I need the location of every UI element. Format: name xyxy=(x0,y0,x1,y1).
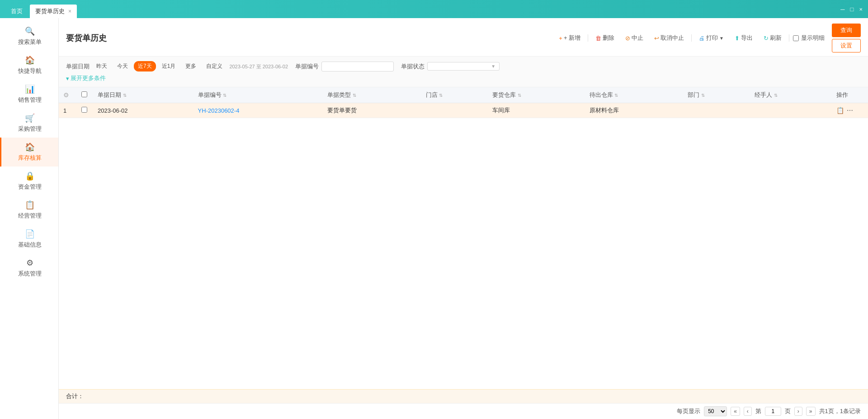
page-number-input[interactable] xyxy=(765,407,781,416)
sidebar-item-finance-label: 资金管理 xyxy=(18,183,42,191)
finance-icon: 🔒 xyxy=(25,171,35,181)
sidebar-item-system[interactable]: ⚙ 系统管理 xyxy=(0,253,58,282)
col-checkbox xyxy=(77,87,93,103)
date-btn-7days[interactable]: 近7天 xyxy=(134,61,156,71)
sidebar-item-purchase[interactable]: 🛒 采购管理 xyxy=(0,109,58,138)
operations-icon: 📋 xyxy=(25,200,35,210)
sidebar-item-basic-info[interactable]: 📄 基础信息 xyxy=(0,224,58,253)
col-date: 单据日期 ⇅ xyxy=(93,87,193,103)
cell-pending-warehouse: 原材料仓库 xyxy=(585,103,684,118)
sidebar-item-sales[interactable]: 📊 销售管理 xyxy=(0,80,58,109)
page-size-select[interactable]: 50 100 200 xyxy=(704,406,727,416)
col-pending-warehouse-sort-icon[interactable]: ⇅ xyxy=(614,93,618,98)
row-more-icon[interactable]: ⋯ xyxy=(847,107,853,114)
row-edit-icon[interactable]: 📋 xyxy=(836,107,844,114)
window-maximize-icon[interactable]: □ xyxy=(850,6,854,13)
tab-close-icon[interactable]: × xyxy=(68,8,71,14)
sidebar-item-operations[interactable]: 📋 经营管理 xyxy=(0,195,58,224)
search-menu-icon: 🔍 xyxy=(25,26,35,36)
table-header-row: ⚙ 单据日期 ⇅ 单据编号 ⇅ xyxy=(59,87,868,103)
cell-checkbox xyxy=(77,103,93,118)
sidebar-item-quick-nav-label: 快捷导航 xyxy=(18,67,42,75)
page-label: 第 xyxy=(755,407,761,415)
date-btn-more[interactable]: 更多 xyxy=(181,61,200,71)
window-minimize-icon[interactable]: ─ xyxy=(840,6,844,13)
main-layout: 🔍 搜索菜单 🏠 快捷导航 📊 销售管理 🛒 采购管理 🏠 库存核算 🔒 资金管… xyxy=(0,18,868,419)
last-page-button[interactable]: » xyxy=(806,407,816,416)
delete-button[interactable]: 🗑 删除 xyxy=(592,32,618,44)
sidebar-item-system-label: 系统管理 xyxy=(18,270,42,278)
add-icon: + xyxy=(559,35,562,42)
add-button[interactable]: + + 新增 xyxy=(555,32,584,44)
col-req-warehouse-label: 要货仓库 xyxy=(492,91,516,98)
settings-button[interactable]: 设置 xyxy=(832,39,861,52)
footer-bar: 合计： xyxy=(59,389,868,403)
display-detail-checkbox[interactable] xyxy=(793,35,799,41)
expand-more-btn[interactable]: ▾ 展开更多条件 xyxy=(66,74,861,82)
separator-1 xyxy=(588,34,588,42)
date-btn-1month[interactable]: 近1月 xyxy=(158,61,180,71)
filter-status-label: 单据状态 xyxy=(401,62,425,71)
cancel-stop-button[interactable]: ↩ 取消中止 xyxy=(651,32,688,44)
table-settings-icon[interactable]: ⚙ xyxy=(63,91,69,99)
col-dept-sort-icon[interactable]: ⇅ xyxy=(701,93,705,98)
stop-icon: ⊘ xyxy=(625,35,630,42)
cell-date: 2023-06-02 xyxy=(93,103,193,118)
tab-active[interactable]: 要货单历史 × xyxy=(30,5,77,18)
refresh-button[interactable]: ↻ 刷新 xyxy=(760,32,785,44)
display-detail-label[interactable]: 显示明细 xyxy=(793,34,825,42)
order-no-link[interactable]: YH-20230602-4 xyxy=(198,107,240,114)
stop-button[interactable]: ⊘ 中止 xyxy=(622,32,647,44)
col-store-sort-icon[interactable]: ⇅ xyxy=(439,93,443,98)
header-actions: + + 新增 🗑 删除 ⊘ 中止 ↩ 取消中止 🖨 xyxy=(555,24,861,52)
col-actions: 操作 xyxy=(832,87,868,103)
col-date-sort-icon[interactable]: ⇅ xyxy=(123,93,127,98)
col-order-no-label: 单据编号 xyxy=(198,91,222,98)
cell-index: 1 xyxy=(59,103,77,118)
sidebar-item-sales-label: 销售管理 xyxy=(18,96,42,104)
filter-status: 单据状态 ▼ xyxy=(401,62,500,71)
cell-handler xyxy=(750,103,832,118)
page-title: 要货单历史 xyxy=(66,33,107,43)
sidebar-item-search-menu[interactable]: 🔍 搜索菜单 xyxy=(0,22,58,51)
row-checkbox[interactable] xyxy=(81,107,87,113)
filter-order-no-input[interactable] xyxy=(321,62,394,71)
query-button[interactable]: 查询 xyxy=(832,24,861,37)
print-button[interactable]: 🖨 打印 ▼ xyxy=(695,32,727,44)
table-header: ⚙ 单据日期 ⇅ 单据编号 ⇅ xyxy=(59,87,868,103)
filter-status-select[interactable]: ▼ xyxy=(427,62,500,71)
table-select-all-checkbox[interactable] xyxy=(81,91,87,97)
separator-2 xyxy=(691,34,692,42)
sidebar-item-quick-nav[interactable]: 🏠 快捷导航 xyxy=(0,51,58,80)
pagination-total-text: 共1页，1条记录 xyxy=(819,407,861,415)
quick-nav-icon: 🏠 xyxy=(25,55,35,65)
first-page-button[interactable]: « xyxy=(731,407,740,416)
top-bar: 首页 要货单历史 × ─ □ × xyxy=(0,0,868,18)
col-order-no-sort-icon[interactable]: ⇅ xyxy=(223,93,226,98)
date-btn-yesterday[interactable]: 昨天 xyxy=(92,61,111,71)
col-req-warehouse-sort-icon[interactable]: ⇅ xyxy=(518,93,521,98)
export-button[interactable]: ⬆ 导出 xyxy=(731,32,756,44)
prev-page-button[interactable]: ‹ xyxy=(744,407,752,416)
cell-order-type: 要货单要货 xyxy=(323,103,421,118)
pagination-bar: 每页显示 50 100 200 « ‹ 第 页 › » 共1页，1条记录 xyxy=(59,403,868,419)
col-order-no: 单据编号 ⇅ xyxy=(193,87,323,103)
sidebar-item-purchase-label: 采购管理 xyxy=(18,125,42,133)
col-dept-label: 部门 xyxy=(688,91,699,98)
col-dept: 部门 ⇅ xyxy=(683,87,750,103)
table-body: 1 2023-06-02 YH-20230602-4 要货单要货 车间库 原材料… xyxy=(59,103,868,118)
date-btn-custom[interactable]: 自定义 xyxy=(202,61,226,71)
tab-home[interactable]: 首页 xyxy=(5,5,28,18)
basic-info-icon: 📄 xyxy=(25,229,35,239)
sidebar-item-finance[interactable]: 🔒 资金管理 xyxy=(0,167,58,195)
col-handler-sort-icon[interactable]: ⇅ xyxy=(774,93,778,98)
page-header: 要货单历史 + + 新增 🗑 删除 ⊘ 中止 ↩ 取消中止 xyxy=(59,18,868,57)
date-btn-today[interactable]: 今天 xyxy=(113,61,132,71)
print-icon: 🖨 xyxy=(699,35,705,42)
table-row: 1 2023-06-02 YH-20230602-4 要货单要货 车间库 原材料… xyxy=(59,103,868,118)
sidebar-item-inventory[interactable]: 🏠 库存核算 xyxy=(0,138,58,167)
tab-home-label: 首页 xyxy=(11,7,23,15)
col-order-type-sort-icon[interactable]: ⇅ xyxy=(353,93,356,98)
window-close-icon[interactable]: × xyxy=(859,6,863,13)
next-page-button[interactable]: › xyxy=(794,407,802,416)
